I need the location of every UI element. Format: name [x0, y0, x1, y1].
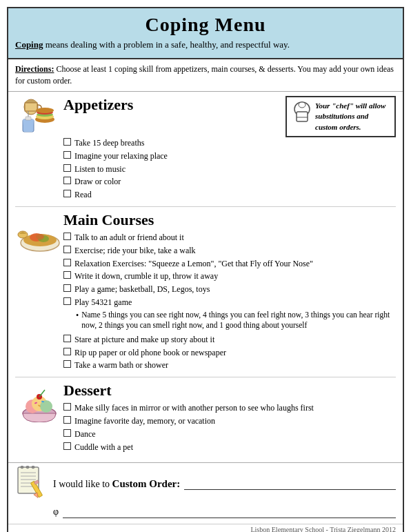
chef-hat-icon [292, 101, 312, 132]
appetizers-section: Appetizers Your "chef" will allow substi… [15, 96, 396, 202]
intro-text: Coping means dealing with a problem in a… [15, 39, 396, 51]
title-section: Coping Menu Coping means dealing with a … [8, 8, 403, 59]
dessert-icon [15, 384, 63, 422]
coping-bold: Coping [15, 39, 43, 50]
main-courses-section: Main Courses Talk to an adult or friend … [15, 211, 396, 373]
list-item: Listen to music [63, 164, 396, 175]
dessert-title: Dessert [63, 382, 396, 400]
dessert-list: Make silly faces in mirror or with anoth… [63, 402, 396, 453]
checkbox[interactable] [63, 284, 71, 292]
checkbox[interactable] [63, 271, 71, 279]
checkbox[interactable] [63, 151, 71, 159]
appetizers-header-row: Appetizers Your "chef" will allow substi… [63, 96, 396, 137]
checkbox[interactable] [63, 335, 71, 342]
svg-point-15 [299, 102, 305, 108]
custom-order-label: I would like to Custom Order: [53, 478, 180, 490]
svg-point-25 [40, 400, 52, 413]
appetizers-list: Take 15 deep breaths Imagine your relaxi… [63, 137, 396, 201]
svg-marker-9 [23, 119, 34, 132]
dessert-bowl-icon [19, 384, 60, 422]
checkbox[interactable] [63, 348, 71, 355]
list-item: Talk to an adult or friend about it [63, 232, 396, 244]
list-item: Relaxation Exercises: "Squeeze a Lemon",… [63, 258, 396, 270]
notepad-pencil-icon [15, 466, 50, 499]
footer-text: Lisbon Elementary School - Trista Ziegel… [250, 526, 396, 532]
page-title: Coping Menu [15, 14, 396, 36]
svg-point-36 [21, 466, 23, 469]
main-courses-body: Main Courses Talk to an adult or friend … [63, 211, 396, 373]
checkbox[interactable] [63, 138, 71, 146]
page: Coping Menu Coping means dealing with a … [7, 7, 404, 532]
list-item: Draw or color [63, 176, 396, 188]
content-area: Appetizers Your "chef" will allow substi… [8, 92, 403, 463]
divider [15, 377, 396, 377]
list-item: Write it down, crumble it up, throw it a… [63, 270, 396, 282]
chef-box-text: Your "chef" will allow substitutions and… [315, 101, 389, 132]
custom-order-section: I would like to Custom Order: φ [8, 462, 403, 524]
list-item: Play 54321 game [63, 297, 396, 308]
list-item: Dance [63, 428, 396, 440]
checkbox[interactable] [63, 259, 71, 266]
main-courses-list: Talk to an adult or friend about it Exer… [63, 232, 396, 371]
bullet: • [76, 310, 79, 321]
checkbox[interactable] [63, 177, 71, 184]
list-item: Make silly faces in mirror or with anoth… [63, 402, 396, 414]
appetizers-title: Appetizers [63, 96, 133, 114]
main-courses-icon [15, 214, 63, 255]
list-item: Imagine favorite day, memory, or vacatio… [63, 415, 396, 427]
list-item: Cuddle with a pet [63, 442, 396, 453]
sub-list-item: • Name 5 things you can see right now, 4… [63, 310, 396, 333]
checkbox[interactable] [63, 190, 71, 197]
checkbox[interactable] [63, 233, 71, 240]
divider [15, 206, 396, 207]
svg-rect-10 [26, 117, 31, 120]
food-stack-icon [19, 99, 60, 137]
main-courses-title: Main Courses [63, 211, 396, 229]
notepad-icon [15, 466, 53, 502]
list-item: Rip up paper or old phone book or newspa… [63, 347, 396, 359]
directions-section: Directions: Choose at least 1 coping ski… [8, 59, 403, 92]
checkbox[interactable] [63, 360, 71, 368]
checkbox[interactable] [63, 297, 71, 305]
checkbox[interactable] [63, 246, 71, 253]
plate-food-icon [17, 214, 62, 255]
list-item: Read [63, 189, 396, 201]
phi-symbol: φ [53, 506, 59, 518]
list-item: Exercise; ride your bike, take a walk [63, 245, 396, 257]
dessert-section: Dessert Make silly faces in mirror or wi… [15, 382, 396, 454]
svg-rect-2 [25, 103, 37, 111]
chef-box: Your "chef" will allow substitutions and… [285, 96, 396, 137]
appetizers-icon [15, 99, 63, 137]
checkbox[interactable] [63, 416, 71, 424]
dessert-body: Dessert Make silly faces in mirror or wi… [63, 382, 396, 454]
svg-point-7 [36, 108, 54, 113]
checkbox[interactable] [63, 164, 71, 172]
list-item: Stare at picture and make up story about… [63, 334, 396, 346]
svg-point-38 [32, 466, 34, 469]
svg-rect-13 [297, 112, 308, 121]
checkbox[interactable] [63, 403, 71, 411]
directions-label: Directions: [15, 64, 54, 74]
checkbox[interactable] [63, 429, 71, 437]
svg-point-20 [36, 234, 44, 239]
list-item: Take 15 deep breaths [63, 137, 396, 149]
appetizers-body: Appetizers Your "chef" will allow substi… [63, 96, 396, 202]
custom-order-line-2[interactable] [63, 506, 396, 518]
sub-item: • Name 5 things you can see right now, 4… [76, 310, 396, 331]
list-item: Play a game; basketball, DS, Legos, toys [63, 284, 396, 295]
directions-text: Choose at least 1 coping skill from appe… [15, 64, 394, 86]
custom-order-row: I would like to Custom Order: [15, 466, 396, 502]
list-item: Take a warm bath or shower [63, 359, 396, 371]
list-item: Imagine your relaxing place [63, 150, 396, 162]
footer: Lisbon Elementary School - Trista Ziegel… [8, 524, 403, 532]
checkbox[interactable] [63, 442, 71, 450]
custom-order-line-1[interactable] [184, 477, 396, 490]
second-line-row: φ [15, 506, 396, 518]
svg-point-37 [26, 466, 29, 469]
